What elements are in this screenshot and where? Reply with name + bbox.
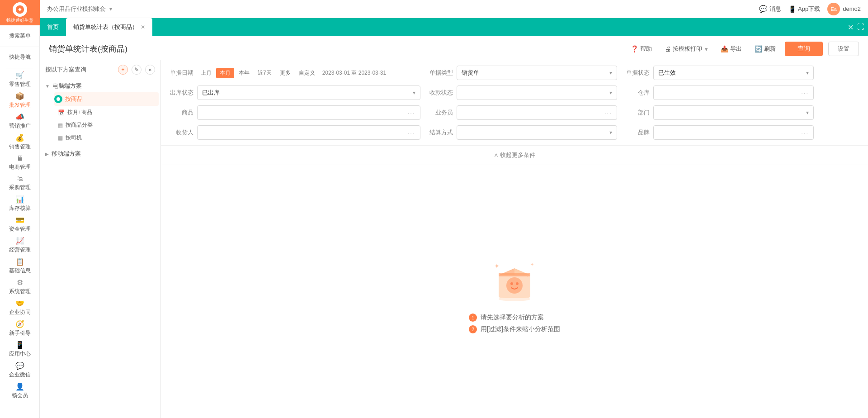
settings-button[interactable]: 设置 (828, 42, 859, 56)
field-dept: 部门 ▾ (626, 105, 814, 120)
sidebar-item-retail[interactable]: 🛒 零售管理 (0, 69, 40, 90)
tab-close-all-icon[interactable]: ✕ (848, 23, 854, 32)
brand-input[interactable]: ··· (653, 125, 814, 140)
message-button[interactable]: 💬 消息 (759, 5, 781, 13)
field-doc-type: 单据类型 销货单 ▾ (429, 66, 617, 80)
sidebar-item-sales-label: 销售管理 (9, 143, 31, 151)
filter-mobile-section-header[interactable]: ▶ 移动端方案 (40, 148, 160, 160)
goods-dots: ··· (408, 109, 415, 116)
date-range-text: 2023-03-01 至 2023-03-31 (322, 69, 386, 77)
filter-edit-button[interactable]: ✎ (132, 65, 142, 75)
date-tab-this-month[interactable]: 本月 (216, 68, 234, 78)
search-menu-label: 搜索菜单 (9, 32, 31, 40)
tab-sales-stat[interactable]: 销货单统计表（按商品） ✕ (66, 18, 152, 36)
sidebar-item-finance-label: 资金管理 (9, 225, 31, 233)
date-tab-custom[interactable]: 自定义 (295, 68, 319, 78)
sidebar-item-sales[interactable]: 💰 销售管理 (0, 132, 40, 152)
finance-icon: 💳 (15, 216, 24, 224)
sidebar: 畅捷通好生意 搜索菜单 快捷导航 🛒 零售管理 📦 批发管理 📣 营销推广 💰 … (0, 0, 40, 418)
content-area: 销货单统计表(按商品) ❓ 帮助 🖨 按模板打印 ▾ 📤 导出 🔄 刷新 (40, 36, 868, 418)
payment-status-select[interactable]: ▾ (457, 86, 617, 100)
out-status-arrow: ▾ (413, 90, 415, 96)
sidebar-logo: 畅捷通好生意 (0, 0, 40, 25)
sidebar-item-appcenter[interactable]: 📱 应用中心 (0, 339, 40, 360)
tab-close-icon[interactable]: ✕ (141, 24, 145, 30)
sidebar-item-marketing[interactable]: 📣 营销推广 (0, 111, 40, 132)
sidebar-item-system[interactable]: ⚙ 系统管理 (0, 276, 40, 297)
refresh-button[interactable]: 🔄 刷新 (751, 43, 779, 55)
main-area: 办公用品行业模拟账套 ▾ 💬 消息 📱 App下载 Ea demo2 首页 (40, 0, 868, 418)
query-button[interactable]: 查询 (785, 42, 823, 56)
sidebar-item-corpwechat[interactable]: 💬 企业微信 (0, 360, 40, 380)
sidebar-item-ecommerce[interactable]: 🖥 电商管理 (0, 152, 40, 173)
user-menu-button[interactable]: Ea demo2 (827, 3, 861, 15)
filter-pc-section: ▼ 电脑端方案 按商品 📅 按月+商品 (40, 78, 160, 146)
dept-select[interactable]: ▾ (653, 105, 814, 120)
out-status-select[interactable]: 已出库 ▾ (197, 86, 420, 100)
salesperson-label: 业务员 (429, 109, 457, 117)
sidebar-item-inventory[interactable]: 📊 库存核算 (0, 193, 40, 214)
print-button[interactable]: 🖨 按模板打印 ▾ (661, 43, 712, 55)
sidebar-item-operation-label: 经营管理 (9, 246, 31, 254)
filter-item-by-goods[interactable]: 按商品 (54, 92, 159, 106)
filter-panel-icons: + ✎ « (118, 65, 155, 75)
filter-subitem-by-goods-category[interactable]: ▦ 按商品分类 (54, 119, 159, 131)
date-tab-last-month[interactable]: 上月 (197, 68, 215, 78)
filter-subitem-by-copier-label: 按司机 (66, 134, 82, 142)
filter-panel: 按以下方案查询 + ✎ « ▼ 电脑端方案 (40, 60, 161, 418)
sidebar-item-operation[interactable]: 📈 经营管理 (0, 235, 40, 256)
content-body: 按以下方案查询 + ✎ « ▼ 电脑端方案 (40, 60, 868, 418)
print-icon: 🖨 (665, 45, 671, 52)
settlement-select[interactable]: ▾ (457, 125, 617, 140)
sidebar-item-purchase[interactable]: 🛍 采购管理 (0, 173, 40, 193)
app-download-button[interactable]: 📱 App下载 (788, 5, 820, 13)
filter-subitem-by-copier[interactable]: ▦ 按司机 (54, 132, 159, 144)
field-date: 单据日期 上月 本月 本年 近7天 更多 自定义 (170, 68, 420, 78)
avatar-text: Ea (831, 6, 837, 12)
warehouse-input[interactable]: ··· (653, 86, 814, 100)
goods-input[interactable]: ··· (197, 105, 420, 120)
by-goods-icon (54, 95, 62, 103)
export-button[interactable]: 📤 导出 (717, 43, 745, 55)
header-dropdown-icon[interactable]: ▾ (109, 6, 112, 12)
sidebar-item-finance[interactable]: 💳 资金管理 (0, 214, 40, 235)
retail-icon: 🛒 (15, 71, 24, 80)
message-icon: 💬 (759, 5, 768, 13)
date-tab-7days[interactable]: 近7天 (254, 68, 275, 78)
tab-home[interactable]: 首页 (40, 18, 66, 36)
doc-type-select[interactable]: 销货单 ▾ (457, 66, 617, 80)
doc-status-select[interactable]: 已生效 ▾ (653, 66, 814, 80)
sidebar-item-wholesale[interactable]: 📦 批发管理 (0, 90, 40, 111)
tab-expand-icon[interactable]: ⛶ (857, 23, 864, 31)
filter-collapse-icon: « (149, 66, 152, 73)
receiver-input[interactable]: ··· (197, 125, 420, 140)
sidebar-item-basic[interactable]: 📋 基础信息 (0, 256, 40, 276)
sidebar-item-marketing-label: 营销推广 (9, 122, 31, 130)
filter-add-button[interactable]: + (118, 65, 128, 75)
purchase-icon: 🛍 (16, 175, 24, 183)
search-menu-button[interactable]: 搜索菜单 (0, 25, 40, 47)
sidebar-item-newguide[interactable]: 🧭 新手引导 (0, 318, 40, 339)
collapse-button[interactable]: ∧ 收起更多条件 (486, 149, 543, 161)
filter-subitem-by-month-goods[interactable]: 📅 按月+商品 (54, 106, 159, 119)
help-button[interactable]: ❓ 帮助 (627, 43, 656, 55)
svg-point-12 (499, 297, 530, 301)
date-tab-this-year[interactable]: 本年 (235, 68, 253, 78)
svg-point-8 (516, 282, 519, 285)
print-dropdown-icon[interactable]: ▾ (705, 46, 708, 52)
date-range-control: 上月 本月 本年 近7天 更多 自定义 2023-03-01 至 2023-03… (197, 68, 420, 78)
grid-icon: ▦ (58, 122, 63, 128)
export-icon: 📤 (721, 45, 728, 52)
date-tab-more[interactable]: 更多 (276, 68, 294, 78)
sidebar-item-wholesale-label: 批发管理 (9, 101, 31, 109)
sidebar-item-newguide-label: 新手引导 (9, 329, 31, 337)
filter-pc-section-header[interactable]: ▼ 电脑端方案 (40, 80, 160, 92)
dept-label: 部门 (626, 109, 653, 117)
sidebar-item-enterprise[interactable]: 🤝 企业协同 (0, 297, 40, 318)
page-title: 销货单统计表(按商品) (49, 43, 127, 54)
sidebar-item-member[interactable]: 👤 畅会员 (0, 380, 40, 401)
salesperson-input[interactable]: ··· (457, 105, 617, 120)
filter-collapse-button[interactable]: « (145, 65, 155, 75)
filter-edit-icon: ✎ (134, 66, 139, 73)
quick-nav-button[interactable]: 快捷导航 (0, 47, 40, 67)
